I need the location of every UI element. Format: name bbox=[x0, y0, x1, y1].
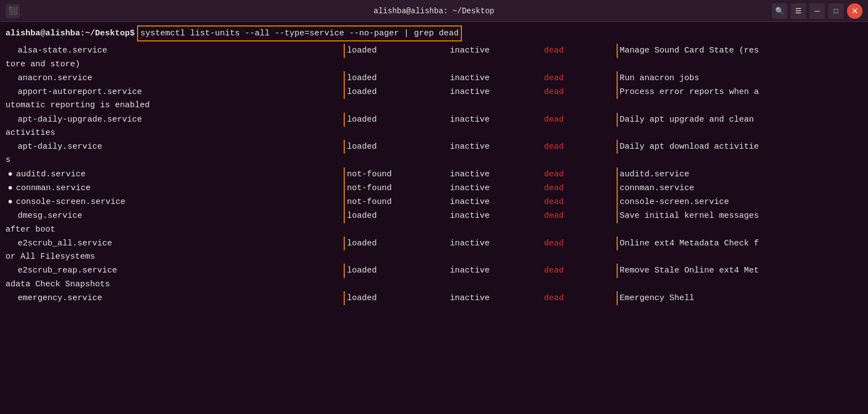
terminal-body: alishba@alishba:~/Desktop$ systemctl lis… bbox=[0, 22, 868, 414]
service-sub: dead bbox=[541, 181, 617, 195]
service-sub: dead bbox=[541, 209, 617, 223]
service-sub: dead bbox=[541, 85, 617, 99]
service-name: dmesg.service bbox=[6, 209, 344, 223]
service-sub: dead bbox=[541, 140, 617, 154]
service-active: inactive bbox=[448, 237, 541, 250]
service-desc: Emergency Shell bbox=[617, 291, 862, 305]
service-name: apport-autoreport.service bbox=[6, 85, 344, 99]
service-name: anacron.service bbox=[6, 71, 344, 85]
service-desc: auditd.service bbox=[617, 167, 862, 181]
service-sub: dead bbox=[541, 44, 617, 57]
table-row: e2scrub_reap.serviceloadedinactivedeadRe… bbox=[6, 264, 862, 277]
prompt-line: alishba@alishba:~/Desktop$ systemctl lis… bbox=[6, 25, 862, 41]
service-continuation: activities bbox=[6, 127, 862, 140]
service-load: loaded bbox=[344, 140, 448, 154]
service-desc: Process error reports when a bbox=[617, 85, 862, 99]
service-active: inactive bbox=[448, 71, 541, 85]
service-continuation: or All Filesystems bbox=[6, 250, 862, 264]
service-desc: Daily apt download activitie bbox=[617, 140, 862, 154]
close-button[interactable]: ✕ bbox=[847, 3, 862, 19]
service-sub: dead bbox=[541, 264, 617, 277]
service-sub: dead bbox=[541, 237, 617, 250]
table-row-continuation: or All Filesystems bbox=[6, 250, 862, 264]
table-row: apt-daily.serviceloadedinactivedeadDaily… bbox=[6, 140, 862, 154]
table-row: emergency.serviceloadedinactivedeadEmerg… bbox=[6, 291, 862, 305]
service-name: e2scrub_all.service bbox=[6, 237, 344, 250]
service-name: ●connman.service bbox=[6, 181, 344, 195]
service-sub: dead bbox=[541, 291, 617, 305]
table-row: e2scrub_all.serviceloadedinactivedeadOnl… bbox=[6, 237, 862, 250]
service-active: inactive bbox=[448, 140, 541, 154]
table-row: ●connman.servicenot-foundinactivedeadcon… bbox=[6, 181, 862, 195]
service-load: loaded bbox=[344, 291, 448, 305]
table-row: alsa-state.serviceloadedinactivedeadMana… bbox=[6, 44, 862, 57]
service-desc: Daily apt upgrade and clean bbox=[617, 113, 862, 127]
table-row-continuation: after boot bbox=[6, 223, 862, 237]
service-desc: connman.service bbox=[617, 181, 862, 195]
service-name: apt-daily.service bbox=[6, 140, 344, 154]
service-load: loaded bbox=[344, 264, 448, 277]
terminal-icon: ⬛ bbox=[6, 4, 20, 18]
service-desc: Run anacron jobs bbox=[617, 71, 862, 85]
service-name: emergency.service bbox=[6, 291, 344, 305]
table-row: ●console-screen.servicenot-foundinactive… bbox=[6, 195, 862, 209]
service-name: ●console-screen.service bbox=[6, 195, 344, 209]
menu-button[interactable]: ☰ bbox=[791, 3, 806, 19]
table-row-continuation: adata Check Snapshots bbox=[6, 278, 862, 291]
title-bar-left: ⬛ bbox=[6, 4, 20, 18]
service-name: e2scrub_reap.service bbox=[6, 264, 344, 277]
service-active: inactive bbox=[448, 209, 541, 223]
service-name: alsa-state.service bbox=[6, 44, 344, 57]
service-active: inactive bbox=[448, 113, 541, 127]
service-active: inactive bbox=[448, 291, 541, 305]
service-active: inactive bbox=[448, 167, 541, 181]
prompt-command[interactable]: systemctl list-units --all --type=servic… bbox=[137, 25, 462, 41]
table-row-continuation: utomatic reporting is enabled bbox=[6, 99, 862, 112]
service-sub: dead bbox=[541, 167, 617, 181]
table-row-continuation: tore and store) bbox=[6, 58, 862, 71]
table-row: apport-autoreport.serviceloadedinactived… bbox=[6, 85, 862, 99]
service-load: loaded bbox=[344, 71, 448, 85]
service-desc: Remove Stale Online ext4 Met bbox=[617, 264, 862, 277]
service-active: inactive bbox=[448, 181, 541, 195]
table-row: anacron.serviceloadedinactivedeadRun ana… bbox=[6, 71, 862, 85]
service-active: inactive bbox=[448, 85, 541, 99]
service-continuation: utomatic reporting is enabled bbox=[6, 99, 862, 112]
service-active: inactive bbox=[448, 44, 541, 57]
service-name: apt-daily-upgrade.service bbox=[6, 113, 344, 127]
service-continuation: tore and store) bbox=[6, 58, 862, 71]
table-row: apt-daily-upgrade.serviceloadedinactived… bbox=[6, 113, 862, 127]
title-bar: ⬛ alishba@alishba: ~/Desktop 🔍 ☰ ─ □ ✕ bbox=[0, 0, 868, 22]
service-desc: Manage Sound Card State (res bbox=[617, 44, 862, 57]
service-sub: dead bbox=[541, 113, 617, 127]
service-load: loaded bbox=[344, 85, 448, 99]
service-load: not-found bbox=[344, 167, 448, 181]
service-sub: dead bbox=[541, 195, 617, 209]
service-desc: Online ext4 Metadata Check f bbox=[617, 237, 862, 250]
maximize-button[interactable]: □ bbox=[828, 3, 844, 19]
service-active: inactive bbox=[448, 195, 541, 209]
service-load: not-found bbox=[344, 195, 448, 209]
service-load: loaded bbox=[344, 237, 448, 250]
service-sub: dead bbox=[541, 71, 617, 85]
service-continuation: after boot bbox=[6, 223, 862, 237]
service-load: not-found bbox=[344, 181, 448, 195]
service-continuation: adata Check Snapshots bbox=[6, 278, 862, 291]
service-continuation: s bbox=[6, 154, 862, 167]
service-desc: Save initial kernel messages bbox=[617, 209, 862, 223]
service-desc: console-screen.service bbox=[617, 195, 862, 209]
window-controls: 🔍 ☰ ─ □ ✕ bbox=[772, 3, 862, 19]
table-row-continuation: activities bbox=[6, 127, 862, 140]
minimize-button[interactable]: ─ bbox=[809, 3, 825, 19]
service-load: loaded bbox=[344, 44, 448, 57]
table-row: ●auditd.servicenot-foundinactivedeadaudi… bbox=[6, 167, 862, 181]
service-active: inactive bbox=[448, 264, 541, 277]
prompt-user: alishba@alishba:~/Desktop$ bbox=[6, 27, 135, 40]
service-load: loaded bbox=[344, 209, 448, 223]
service-table: alsa-state.serviceloadedinactivedeadMana… bbox=[6, 44, 862, 305]
service-name: ●auditd.service bbox=[6, 167, 344, 181]
table-row-continuation: s bbox=[6, 154, 862, 167]
search-button[interactable]: 🔍 bbox=[772, 3, 787, 19]
service-load: loaded bbox=[344, 113, 448, 127]
table-row: dmesg.serviceloadedinactivedeadSave init… bbox=[6, 209, 862, 223]
